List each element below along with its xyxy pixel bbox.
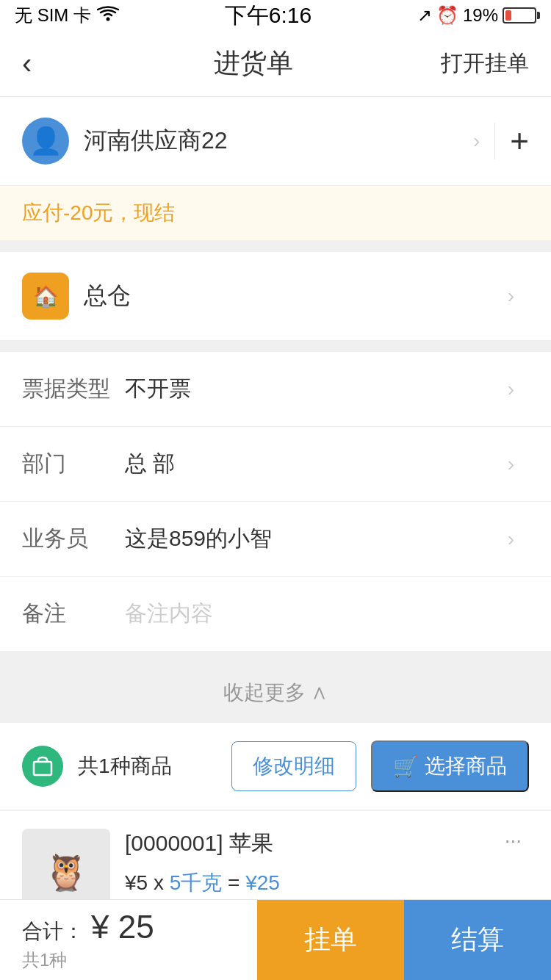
product-more-button[interactable]: ··· xyxy=(497,829,529,852)
notice-bar: 应付-20元，现结 xyxy=(0,186,551,240)
battery-icon xyxy=(503,7,536,24)
main-content: 👤 河南供应商22 › + 应付-20元，现结 🏠 总仓 › 票据类型 不开票 … xyxy=(0,97,551,980)
chevron-right-icon: › xyxy=(508,284,514,308)
product-name: [0000001] 苹果 xyxy=(125,829,483,859)
select-product-label: 选择商品 xyxy=(425,752,507,780)
location-icon: ↗ xyxy=(417,5,432,26)
warehouse-name: 总仓 xyxy=(84,280,508,312)
ticket-type-label: 票据类型 xyxy=(22,374,125,404)
svg-rect-1 xyxy=(34,762,51,775)
product-info: [0000001] 苹果 ¥5 x 5千克 = ¥25 xyxy=(125,829,483,897)
nav-bar: ‹ 进货单 打开挂单 xyxy=(0,31,551,97)
alarm-icon: ⏰ xyxy=(436,5,458,26)
department-value: 总 部 xyxy=(125,449,508,479)
status-bar: 无 SIM 卡 下午6:16 ↗ ⏰ 19% xyxy=(0,0,551,31)
warehouse-section: 🏠 总仓 › xyxy=(0,252,551,340)
suspend-button[interactable]: 挂单 xyxy=(257,900,404,980)
warehouse-icon-wrap: 🏠 xyxy=(22,273,69,320)
status-time: 下午6:16 xyxy=(225,1,311,31)
chevron-right-icon: › xyxy=(473,129,480,153)
product-thumb-icon: 🦉 xyxy=(44,852,88,893)
total-sub: 共1种 xyxy=(22,948,235,972)
total-amount: ¥ 25 xyxy=(91,909,154,945)
bottom-bar: 合计： ¥ 25 共1种 挂单 结算 xyxy=(0,899,551,980)
department-label: 部门 xyxy=(22,449,125,479)
wifi-icon xyxy=(97,5,119,26)
status-left: 无 SIM 卡 xyxy=(15,4,119,27)
sales-rep-value: 这是859的小智 xyxy=(125,524,508,554)
product-price: ¥5 x 5千克 = ¥25 xyxy=(125,869,483,897)
warehouse-row[interactable]: 🏠 总仓 › xyxy=(0,252,551,340)
page-title: 进货单 xyxy=(214,46,293,82)
remark-input[interactable]: 备注内容 xyxy=(125,599,529,629)
sales-rep-label: 业务员 xyxy=(22,524,125,554)
add-button[interactable]: + xyxy=(494,123,529,159)
ticket-type-value: 不开票 xyxy=(125,374,508,404)
supplier-row[interactable]: 👤 河南供应商22 › + xyxy=(0,97,551,186)
product-count-label: 共1种商品 xyxy=(78,752,217,780)
warehouse-icon: 🏠 xyxy=(33,284,59,309)
avatar: 👤 xyxy=(22,118,69,165)
chevron-right-icon: › xyxy=(508,378,514,401)
open-pending-button[interactable]: 打开挂单 xyxy=(441,48,529,79)
remark-row[interactable]: 备注 备注内容 xyxy=(0,577,551,651)
ticket-type-row[interactable]: 票据类型 不开票 › xyxy=(0,352,551,427)
select-product-icon: 🛒 xyxy=(393,754,419,779)
battery-percent: 19% xyxy=(463,5,498,26)
collapse-label: 收起更多 ∧ xyxy=(223,681,328,704)
chevron-right-icon: › xyxy=(508,453,514,476)
chevron-right-icon: › xyxy=(508,527,514,551)
svg-point-0 xyxy=(107,18,110,21)
notice-text: 应付-20元，现结 xyxy=(22,201,175,224)
status-right: ↗ ⏰ 19% xyxy=(417,5,536,26)
product-header: 共1种商品 修改明细 🛒 选择商品 xyxy=(0,723,551,810)
supplier-name: 河南供应商22 xyxy=(84,125,473,157)
remark-label: 备注 xyxy=(22,599,125,629)
back-button[interactable]: ‹ xyxy=(22,47,66,80)
user-icon: 👤 xyxy=(29,126,62,156)
form-section: 票据类型 不开票 › 部门 总 部 › 业务员 这是859的小智 › 备注 备注… xyxy=(0,352,551,651)
collapse-bar[interactable]: 收起更多 ∧ xyxy=(0,663,551,723)
select-product-button[interactable]: 🛒 选择商品 xyxy=(371,741,529,792)
total-section: 合计： ¥ 25 共1种 xyxy=(0,900,257,980)
total-label: 合计： xyxy=(22,918,84,945)
product-count-icon xyxy=(22,746,63,787)
sales-rep-row[interactable]: 业务员 这是859的小智 › xyxy=(0,502,551,577)
checkout-button[interactable]: 结算 xyxy=(404,900,551,980)
department-row[interactable]: 部门 总 部 › xyxy=(0,427,551,502)
supplier-section: 👤 河南供应商22 › + 应付-20元，现结 xyxy=(0,97,551,240)
carrier-text: 无 SIM 卡 xyxy=(15,4,91,27)
edit-detail-button[interactable]: 修改明细 xyxy=(231,741,356,791)
